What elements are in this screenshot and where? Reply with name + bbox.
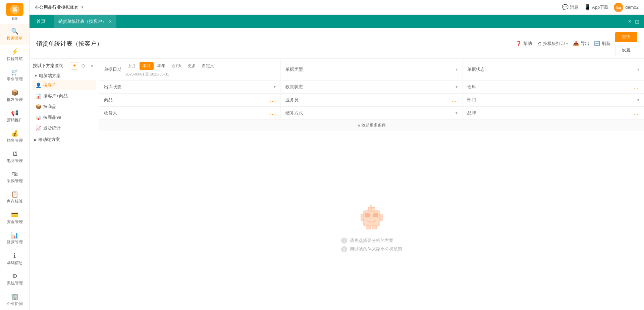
tree-item-by-customer-product[interactable]: 📊 按客户+商品 <box>32 91 96 101</box>
download-icon: 📱 <box>584 4 591 10</box>
sidebar-item-marketing[interactable]: 📢 营销推广 <box>0 106 29 126</box>
return-stats-icon: 📈 <box>36 125 41 131</box>
print-button[interactable]: 🖨 按模板打印 ▾ <box>537 41 568 47</box>
salesperson-dots[interactable]: … <box>451 97 458 103</box>
mobile-section: ▶ 移动端方案 <box>30 134 99 145</box>
tree-item-by-customer[interactable]: 👤 按客户 <box>32 80 96 90</box>
warehouse-label: 仓库 <box>467 84 486 90</box>
left-panel-header: 按以下方案查询 + ⊙ « <box>30 59 99 71</box>
svg-text:畅: 畅 <box>12 7 17 12</box>
add-scheme-button[interactable]: + <box>71 62 78 69</box>
mobile-expand-icon: ▶ <box>34 138 37 142</box>
warehouse-dots[interactable]: … <box>633 84 639 90</box>
enterprise-icon: 🏢 <box>1 293 28 300</box>
refresh-button[interactable]: 🔄 刷新 <box>594 41 610 47</box>
customer-scheme-icon: 👤 <box>36 83 41 88</box>
filter-section: 单据日期 上月 本月 本年 近7天 更多 自定义 2023-03-01 至 20… <box>99 59 644 131</box>
collapse-filter-bar[interactable]: ∧ 收起更多条件 <box>99 120 644 131</box>
sidebar-item-finance[interactable]: 💳 资金管理 <box>0 208 29 228</box>
brand-control: … <box>489 110 639 116</box>
edit-scheme-button[interactable]: ⊙ <box>79 62 87 69</box>
workspace-dropdown[interactable]: ▾ <box>81 5 84 10</box>
sidebar-item-purchase[interactable]: 🛍 采购管理 <box>0 167 29 187</box>
user-profile[interactable]: Ea demo2 <box>614 3 639 12</box>
sidebar-item-ecommerce[interactable]: 🖥 电商管理 <box>0 147 29 167</box>
finance-icon: 💳 <box>1 211 28 218</box>
app-download-button[interactable]: 📱 App下载 <box>584 4 608 10</box>
tab-close-icon[interactable]: × <box>109 19 112 24</box>
tree-item-by-product-99[interactable]: 📊 按商品99 <box>32 112 96 122</box>
settings-button[interactable]: 设置 <box>615 45 637 55</box>
sidebar-item-system[interactable]: ⚙ 系统管理 <box>0 269 29 290</box>
date-btn-last-month[interactable]: 上月 <box>125 62 138 70</box>
purchase-icon: 🛍 <box>1 170 28 177</box>
export-icon: 📤 <box>573 41 579 47</box>
section-expand-icon: ▼ <box>34 74 38 78</box>
out-status-dropdown-icon[interactable]: ▾ <box>274 85 276 89</box>
sidebar-item-sales[interactable]: 💰 销售管理 <box>0 126 29 147</box>
print-dropdown-icon[interactable]: ▾ <box>566 42 568 46</box>
filter-row-4: 收货人 … 结算方式 ▾ 品牌 <box>99 107 644 120</box>
receipt-status-control: ▾ <box>307 85 457 89</box>
salesperson-control: … <box>307 97 457 103</box>
goods-label: 商品 <box>104 97 123 103</box>
settlement-control: ▾ <box>307 111 457 115</box>
svg-rect-3 <box>365 213 370 217</box>
receipt-status-dropdown-icon[interactable]: ▾ <box>455 85 458 89</box>
collapse-up-icon: ∧ <box>358 123 360 127</box>
desktop-section-toggle[interactable]: ▼ 电脑端方案 <box>32 71 96 80</box>
sidebar-item-quick-nav[interactable]: ⚡ 快捷导航 <box>0 45 29 65</box>
quick-nav-icon: ⚡ <box>1 48 28 55</box>
filter-out-status-cell: 出库状态 ▾ <box>99 81 281 93</box>
tree-item-by-product[interactable]: 📦 按商品 <box>32 102 96 112</box>
filter-row-3: 商品 … 业务员 … 部门 <box>99 94 644 107</box>
sidebar-item-retail[interactable]: 🛒 零售管理 <box>0 65 29 86</box>
filter-order-type-cell: 单据类型 ▾ <box>281 59 462 80</box>
brand-dots[interactable]: … <box>633 110 639 116</box>
query-button[interactable]: 查询 <box>615 32 637 42</box>
date-btn-this-month[interactable]: 本月 <box>140 62 154 70</box>
receipt-status-label: 收款状态 <box>285 84 304 90</box>
date-btn-more[interactable]: 更多 <box>185 62 198 70</box>
print-icon: 🖨 <box>537 41 542 47</box>
window-maximize-icon[interactable]: ⊡ <box>635 18 639 25</box>
logo-subtitle: 标版 <box>12 17 18 21</box>
recipient-control: … <box>125 110 276 116</box>
settlement-dropdown-icon[interactable]: ▾ <box>455 111 458 115</box>
sidebar-item-search[interactable]: 🔍 搜索菜单 <box>0 24 29 45</box>
date-range-display: 2023-03-01 至 2023-03-31 <box>125 72 261 77</box>
sidebar-item-operations[interactable]: 📊 经营管理 <box>0 228 29 249</box>
sidebar-item-wholesale[interactable]: 📦 批发管理 <box>0 86 29 106</box>
tab-home[interactable]: 首页 <box>30 15 52 28</box>
sidebar-item-basic-info[interactable]: ℹ 基础信息 <box>0 249 29 269</box>
tab-active-page[interactable]: 销货单统计表（按客户） × <box>54 15 116 28</box>
goods-dots[interactable]: … <box>270 97 276 103</box>
svg-rect-9 <box>367 226 371 229</box>
export-button[interactable]: 📤 导出 <box>573 41 589 47</box>
order-type-control: ▾ <box>307 67 457 72</box>
help-button[interactable]: ❓ 帮助 <box>516 41 532 47</box>
sidebar-item-enterprise[interactable]: 🏢 企业协同 <box>0 290 29 310</box>
tree-item-return-stats[interactable]: 📈 退货统计 <box>32 123 96 133</box>
inventory-icon: 📋 <box>1 191 28 198</box>
order-type-dropdown-icon[interactable]: ▾ <box>455 67 458 72</box>
date-btn-custom[interactable]: 自定义 <box>200 62 216 70</box>
collapse-panel-button[interactable]: « <box>88 62 96 69</box>
left-panel: 按以下方案查询 + ⊙ « ▼ 电脑端方案 👤 <box>30 59 99 310</box>
wholesale-icon: 📦 <box>11 89 18 96</box>
goods-control: … <box>125 97 276 103</box>
logo-image: 畅 <box>6 3 23 16</box>
sidebar-item-inventory[interactable]: 📋 库存核算 <box>0 187 29 208</box>
recipient-dots[interactable]: … <box>270 110 276 116</box>
message-button[interactable]: 💬 消息 <box>562 4 579 10</box>
department-dropdown-icon[interactable]: ▾ <box>637 98 639 102</box>
date-filter-controls: 上月 本月 本年 近7天 更多 自定义 2023-03-01 至 2023-03… <box>125 62 261 77</box>
date-btn-this-year[interactable]: 本年 <box>155 62 168 70</box>
mobile-section-toggle[interactable]: ▶ 移动端方案 <box>32 135 96 144</box>
order-status-dropdown-icon[interactable]: ▾ <box>637 67 639 72</box>
department-label: 部门 <box>467 97 486 103</box>
date-btn-7days[interactable]: 近7天 <box>169 62 184 70</box>
header-right: 💬 消息 📱 App下载 Ea demo2 <box>562 3 639 12</box>
window-close-icon[interactable]: × <box>628 18 632 25</box>
sales-icon: 💰 <box>1 130 28 137</box>
